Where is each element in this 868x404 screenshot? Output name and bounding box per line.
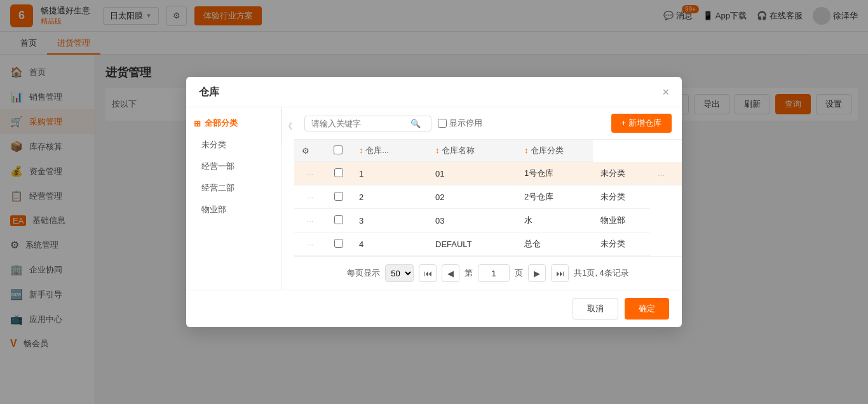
row-checkbox[interactable] — [334, 192, 343, 201]
chevron-left-icon: 《 — [284, 121, 292, 132]
row-check-cell — [326, 209, 351, 232]
sort-icon: ↕ — [359, 145, 363, 155]
row-name: 总仓 — [517, 232, 593, 256]
row-cat: 未分类 — [593, 185, 650, 209]
cancel-button[interactable]: 取消 — [573, 298, 618, 320]
page-input[interactable] — [478, 264, 510, 282]
row-actions[interactable]: ... — [650, 162, 682, 185]
row-checkbox[interactable] — [334, 215, 343, 224]
grid-icon: ⊞ — [194, 119, 201, 128]
cat-item-property[interactable]: 物业部 — [186, 199, 281, 220]
row-check-cell — [326, 232, 351, 256]
next-page-button[interactable]: ▶ — [528, 264, 546, 282]
row-name: 水 — [517, 209, 593, 232]
row-code: 01 — [428, 162, 517, 185]
row-more-icon[interactable]: ··· — [294, 209, 326, 232]
warehouse-table: ⚙ ↕ 仓库... ↕ 仓库名称 — [294, 140, 682, 256]
row-name: 2号仓库 — [517, 185, 593, 209]
gear-icon: ⚙ — [302, 146, 309, 156]
row-cat: 未分类 — [593, 232, 650, 256]
row-cat: 未分类 — [593, 162, 650, 185]
row-check-cell — [326, 162, 351, 185]
search-input[interactable] — [311, 119, 407, 128]
row-checkbox[interactable] — [334, 168, 343, 177]
row-cat: 物业部 — [593, 209, 650, 232]
last-page-button[interactable]: ⏭ — [551, 264, 569, 282]
row-code: DEFAULT — [428, 232, 517, 256]
row-check-cell — [326, 185, 351, 209]
show-disabled-checkbox[interactable]: 显示停用 — [438, 118, 482, 129]
prev-page-button[interactable]: ◀ — [442, 264, 459, 282]
modal-overlay: 仓库 × ⊞ 全部分类 未分类 经营一部 经营二部 物业部 《 — [0, 0, 868, 404]
table-header-row: ⚙ ↕ 仓库... ↕ 仓库名称 — [294, 140, 682, 162]
sort-icon-cat: ↕ — [524, 145, 529, 155]
row-name: 1号仓库 — [517, 162, 593, 185]
per-page-select[interactable]: 50 — [385, 264, 414, 282]
table-row: ···1011号仓库未分类... — [294, 162, 682, 185]
sort-icon-name: ↕ — [435, 145, 440, 155]
select-all-checkbox[interactable] — [334, 145, 342, 154]
row-no: 1 — [351, 162, 428, 185]
row-more-icon[interactable]: ··· — [294, 185, 326, 209]
collapse-sidebar-button[interactable]: 《 — [281, 107, 294, 145]
table-row: ···303水物业部 — [294, 209, 682, 232]
row-code: 03 — [428, 209, 517, 232]
col-cat-header[interactable]: ↕ 仓库分类 — [517, 140, 593, 162]
cat-item-uncategorized[interactable]: 未分类 — [186, 134, 281, 156]
cat-item-dept1[interactable]: 经营一部 — [186, 156, 281, 177]
table-scroll: ⚙ ↕ 仓库... ↕ 仓库名称 — [294, 140, 682, 256]
page-label-first: 第 — [465, 267, 473, 279]
row-no: 2 — [351, 185, 428, 209]
dialog-header: 仓库 × — [186, 77, 682, 107]
warehouse-dialog: 仓库 × ⊞ 全部分类 未分类 经营一部 经营二部 物业部 《 — [186, 77, 682, 327]
confirm-button[interactable]: 确定 — [625, 298, 669, 320]
table-row: ···4DEFAULT总仓未分类 — [294, 232, 682, 256]
row-checkbox[interactable] — [334, 239, 343, 248]
per-page-label: 每页显示 — [347, 267, 380, 279]
row-code: 02 — [428, 185, 517, 209]
search-icon: 🔍 — [410, 119, 421, 128]
total-label: 共1页, 4条记录 — [574, 267, 629, 279]
pagination: 每页显示 50 ⏮ ◀ 第 页 ▶ ⏭ 共1页, 4条记录 — [294, 256, 682, 290]
dialog-body: ⊞ 全部分类 未分类 经营一部 经营二部 物业部 《 🔍 — [186, 107, 682, 290]
category-sidebar: ⊞ 全部分类 未分类 经营一部 经营二部 物业部 — [186, 107, 281, 290]
col-gear-header: ⚙ — [294, 140, 326, 162]
row-no: 4 — [351, 232, 428, 256]
cat-item-dept2[interactable]: 经营二部 — [186, 177, 281, 199]
all-categories[interactable]: ⊞ 全部分类 — [186, 112, 281, 134]
first-page-button[interactable]: ⏮ — [419, 264, 437, 282]
search-box: 🔍 — [304, 116, 431, 131]
col-check-header — [326, 140, 351, 162]
table-row: ···2022号仓库未分类 — [294, 185, 682, 209]
close-icon[interactable]: × — [662, 86, 669, 99]
dialog-footer: 取消 确定 — [186, 290, 682, 327]
col-code-header[interactable]: ↕ 仓库... — [351, 140, 428, 162]
add-warehouse-button[interactable]: + 新增仓库 — [611, 114, 672, 133]
page-label-ye: 页 — [515, 267, 523, 279]
row-no: 3 — [351, 209, 428, 232]
row-more-icon[interactable]: ··· — [294, 232, 326, 256]
table-toolbar: 🔍 显示停用 + 新增仓库 — [294, 107, 682, 140]
dialog-title: 仓库 — [199, 86, 219, 99]
col-name-header[interactable]: ↕ 仓库名称 — [428, 140, 517, 162]
disabled-checkbox[interactable] — [438, 119, 447, 128]
row-more-icon[interactable]: ··· — [294, 162, 326, 185]
table-area: 🔍 显示停用 + 新增仓库 ⚙ — [294, 107, 682, 290]
